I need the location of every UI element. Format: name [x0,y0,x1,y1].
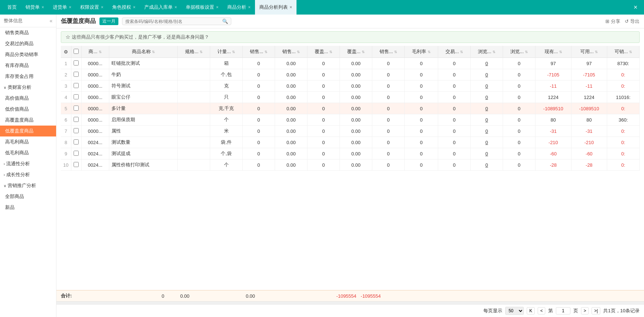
row-checkbox-cell[interactable] [71,159,81,171]
sidebar-item-low-coverage[interactable]: 低覆盖度商品 [0,126,56,136]
spec-column-header[interactable]: 规格... ⇅ [178,46,210,58]
sidebar-item-high-margin[interactable]: 高毛利商品 [0,136,56,147]
row-browse1[interactable]: 0 [471,137,503,148]
coverage1-column-header[interactable]: 覆盖... ⇅ [307,46,340,58]
row-checkbox-cell[interactable] [71,114,81,126]
tab-product-analysis[interactable]: 商品分析 × [223,0,255,15]
row-name[interactable]: 测试提成 [109,148,177,159]
row-checkbox[interactable] [74,128,79,133]
sidebar-item-low-margin[interactable]: 低毛利商品 [0,147,56,158]
unit-column-header[interactable]: 计量... ⇅ [210,46,243,58]
share-button[interactable]: ⊞ 分享 [605,18,620,25]
row-browse1[interactable]: 0 [471,92,503,103]
time-filter-button[interactable]: 近一月 [99,17,118,25]
tab-home[interactable]: 首页 [3,0,21,15]
current-stock-column-header[interactable]: 现有... ⇅ [535,46,571,58]
browse2-column-header[interactable]: 浏览... ⇅ [503,46,535,58]
sidebar-collapse-button[interactable]: « [50,18,52,24]
sidebar-group-liquidity[interactable]: › 流通性分析 [0,158,56,169]
row-name[interactable]: 启用保质期 [109,114,177,126]
row-browse1[interactable]: 0 [471,114,503,126]
settings-column-header[interactable]: ⚙ [61,46,71,58]
code-column-header[interactable]: 商... ⇅ [81,46,109,58]
row-name[interactable]: 属性价格打印测试 [109,159,177,171]
horizontal-scrollbar[interactable] [56,301,644,304]
row-browse1[interactable]: 0 [471,58,503,69]
tab-template-settings[interactable]: 单据模板设置 × [181,0,223,15]
row-browse1[interactable]: 0 [471,80,503,92]
close-icon[interactable]: × [174,5,177,10]
row-checkbox[interactable] [74,60,79,66]
saleable-column-header[interactable]: 可销... ⇅ [607,46,639,58]
tab-finished-goods[interactable]: 产成品入库单 × [140,0,181,15]
row-checkbox-cell[interactable] [71,126,81,137]
available-stock-column-header[interactable]: 可用... ⇅ [571,46,607,58]
tab-product-analysis-list[interactable]: 商品分析列表 × [255,0,297,15]
tab-role-auth[interactable]: 角色授权 × [108,0,140,15]
row-checkbox[interactable] [74,72,79,77]
sidebar-item-traded-goods[interactable]: 交易过的商品 [0,38,56,49]
prev-page-button[interactable]: < [538,307,545,314]
row-browse1[interactable]: 0 [471,103,503,114]
transaction-column-header[interactable]: 交易... ⇅ [438,46,471,58]
row-checkbox[interactable] [74,117,79,122]
sidebar-group-marketing[interactable]: ∨ 营销推广分析 [0,180,56,191]
sidebar-item-category-sales-rate[interactable]: 商品分类动销率 [0,49,56,60]
row-name[interactable]: 符号测试 [109,80,177,92]
row-checkbox[interactable] [74,139,79,144]
browse1-column-header[interactable]: 浏览... ⇅ [471,46,503,58]
sidebar-group-growth[interactable]: › 成长性分析 [0,169,56,180]
page-size-select[interactable]: 50 20 100 [505,307,524,315]
sidebar-item-all-goods[interactable]: 全部商品 [0,191,56,202]
row-browse1[interactable]: 0 [471,159,503,171]
row-checkbox-cell[interactable] [71,58,81,69]
sidebar-item-high-value[interactable]: 高价值商品 [0,93,56,104]
search-input[interactable] [125,19,222,24]
row-name[interactable]: 属性 [109,126,177,137]
name-column-header[interactable]: 商品名称 ⇅ [109,46,177,58]
close-icon[interactable]: × [216,5,219,10]
row-checkbox-cell[interactable] [71,80,81,92]
tab-purchase-order[interactable]: 进货单 × [48,0,76,15]
row-browse1[interactable]: 0 [471,69,503,80]
row-checkbox[interactable] [74,162,79,167]
coverage2-column-header[interactable]: 覆盖... ⇅ [340,46,372,58]
row-browse1[interactable]: 0 [471,126,503,137]
sidebar-item-high-coverage[interactable]: 高覆盖度商品 [0,115,56,126]
row-browse1[interactable]: 0 [471,148,503,159]
row-checkbox[interactable] [74,106,79,111]
row-checkbox[interactable] [74,83,79,88]
row-checkbox-cell[interactable] [71,103,81,114]
tab-sales-order[interactable]: 销货单 × [21,0,48,15]
next-page-button[interactable]: > [581,307,589,314]
row-checkbox[interactable] [74,151,79,156]
sidebar-item-low-value[interactable]: 低价值商品 [0,104,56,115]
row-name[interactable]: 测试数量 [109,137,177,148]
page-input[interactable] [556,307,570,314]
row-name[interactable]: 旺铺批次测试 [109,58,177,69]
close-icon[interactable]: × [101,5,103,10]
sidebar-group-wealth-analysis[interactable]: ∨ 类财富分析 [0,82,56,93]
close-icon[interactable]: × [248,5,251,10]
sales-amt-column-header[interactable]: 销售... ⇅ [275,46,307,58]
row-name[interactable]: 眼宝公仔 [109,92,177,103]
close-icon[interactable]: × [42,5,44,10]
sales-qty-column-header[interactable]: 销售... ⇅ [243,46,275,58]
row-checkbox-cell[interactable] [71,69,81,80]
close-icon[interactable]: × [290,5,292,10]
row-checkbox-cell[interactable] [71,148,81,159]
select-all-checkbox[interactable] [74,49,79,54]
export-button[interactable]: ↺ 导出 [625,18,640,25]
sidebar-item-stock-capital[interactable]: 库存资金占用 [0,71,56,82]
close-all-button[interactable]: × [630,4,641,11]
gross-margin-column-header[interactable]: 毛利率 ⇅ [405,46,438,58]
sidebar-item-new-goods[interactable]: 新品 [0,202,56,213]
row-name[interactable]: 多计量 [109,103,177,114]
close-icon[interactable]: × [133,5,136,10]
row-checkbox-cell[interactable] [71,92,81,103]
row-checkbox-cell[interactable] [71,137,81,148]
row-name[interactable]: 牛奶 [109,69,177,80]
tab-permissions[interactable]: 权限设置 × [76,0,108,15]
sidebar-item-sales-goods[interactable]: 销售类商品 [0,27,56,38]
last-page-button[interactable]: >| [592,307,600,314]
